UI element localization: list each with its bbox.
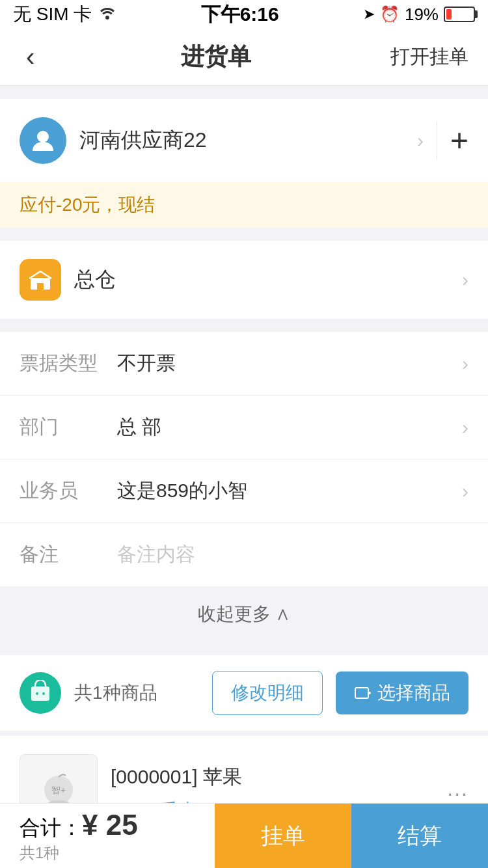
footer-total-label: 合计： <box>20 816 82 839</box>
hang-button[interactable]: 挂单 <box>215 804 351 869</box>
remarks-label: 备注 <box>20 541 98 568</box>
footer-total-row: 合计：¥ 25 <box>20 809 195 843</box>
svg-point-5 <box>36 692 38 695</box>
svg-rect-3 <box>37 283 44 290</box>
footer-count: 共1种 <box>20 843 195 863</box>
warehouse-row[interactable]: 总仓 › <box>0 241 488 319</box>
page-title: 进货单 <box>181 41 251 73</box>
invoice-type-value: 不开票 <box>117 350 462 377</box>
salesperson-chevron-icon: › <box>462 480 468 502</box>
remarks-placeholder: 备注内容 <box>117 541 468 568</box>
product-name: [0000001] 苹果 <box>111 764 434 791</box>
nav-bar: ‹ 进货单 打开挂单 <box>0 29 488 86</box>
department-chevron-icon: › <box>462 416 468 439</box>
battery-icon <box>444 7 475 22</box>
footer-total: 合计：¥ 25 共1种 <box>0 809 215 863</box>
back-button[interactable]: ‹ <box>20 36 41 78</box>
sep-1 <box>0 86 488 99</box>
supplier-name: 河南供应商22 <box>79 126 417 155</box>
product-count: 共1种商品 <box>74 681 199 705</box>
main-content: 河南供应商22 › + 应付-20元，现结 总仓 › 票据类型 <box>0 86 488 868</box>
wifi-icon <box>98 4 116 25</box>
info-banner: 应付-20元，现结 <box>0 182 488 228</box>
add-supplier-button[interactable]: + <box>450 125 468 156</box>
edit-detail-button[interactable]: 修改明细 <box>212 671 323 715</box>
warehouse-chevron-icon: › <box>462 269 468 291</box>
status-bar: 无 SIM 卡 下午6:16 ➤ ⏰ 19% <box>0 0 488 29</box>
svg-point-1 <box>37 131 49 142</box>
invoice-type-chevron-icon: › <box>462 353 468 375</box>
collapse-bar[interactable]: 收起更多 ∧ <box>0 586 488 642</box>
supplier-avatar <box>20 117 66 164</box>
department-row[interactable]: 部门 总 部 › <box>0 396 488 459</box>
svg-rect-4 <box>31 686 49 701</box>
department-value: 总 部 <box>117 414 462 441</box>
footer-total-amount: ¥ 25 <box>82 809 138 841</box>
remarks-row[interactable]: 备注 备注内容 <box>0 523 488 586</box>
status-left: 无 SIM 卡 <box>13 2 116 27</box>
warehouse-card: 总仓 › <box>0 241 488 319</box>
warehouse-icon <box>20 259 61 301</box>
invoice-type-label: 票据类型 <box>20 350 98 377</box>
product-header: 共1种商品 修改明细 选择商品 <box>0 655 488 731</box>
svg-point-0 <box>105 16 109 20</box>
battery-fill <box>446 9 452 20</box>
supplier-row[interactable]: 河南供应商22 › + <box>0 99 488 182</box>
select-product-button[interactable]: 选择商品 <box>336 671 468 714</box>
alarm-icon: ⏰ <box>380 5 400 23</box>
status-right: ➤ ⏰ 19% <box>363 5 475 25</box>
divider <box>437 121 437 160</box>
product-name-text: 苹果 <box>203 766 242 787</box>
svg-rect-7 <box>355 688 368 698</box>
sep-3 <box>0 319 488 332</box>
supplier-card: 河南供应商22 › + 应付-20元，现结 <box>0 99 488 228</box>
salesperson-value: 这是859的小智 <box>117 478 462 504</box>
svg-point-6 <box>42 692 45 695</box>
salesperson-row[interactable]: 业务员 这是859的小智 › <box>0 459 488 523</box>
product-code: [0000001] <box>111 766 203 787</box>
supplier-chevron-icon: › <box>417 129 424 152</box>
product-menu-button[interactable]: ··· <box>447 781 468 806</box>
status-time: 下午6:16 <box>201 1 279 28</box>
footer: 合计：¥ 25 共1种 挂单 结算 <box>0 803 488 868</box>
sep-4 <box>0 642 488 655</box>
department-label: 部门 <box>20 414 98 441</box>
battery-label: 19% <box>405 5 439 25</box>
carrier-label: 无 SIM 卡 <box>13 2 92 27</box>
open-hang-button[interactable]: 打开挂单 <box>390 44 468 70</box>
fields-card: 票据类型 不开票 › 部门 总 部 › 业务员 这是859的小智 › 备注 备注… <box>0 332 488 586</box>
sep-2 <box>0 228 488 241</box>
product-icon <box>20 672 61 714</box>
location-icon: ➤ <box>363 6 375 23</box>
invoice-type-row[interactable]: 票据类型 不开票 › <box>0 332 488 396</box>
select-product-label: 选择商品 <box>377 681 450 705</box>
settle-button[interactable]: 结算 <box>351 804 488 869</box>
salesperson-label: 业务员 <box>20 478 98 504</box>
svg-text:智+: 智+ <box>51 785 66 795</box>
warehouse-label: 总仓 <box>74 265 462 294</box>
